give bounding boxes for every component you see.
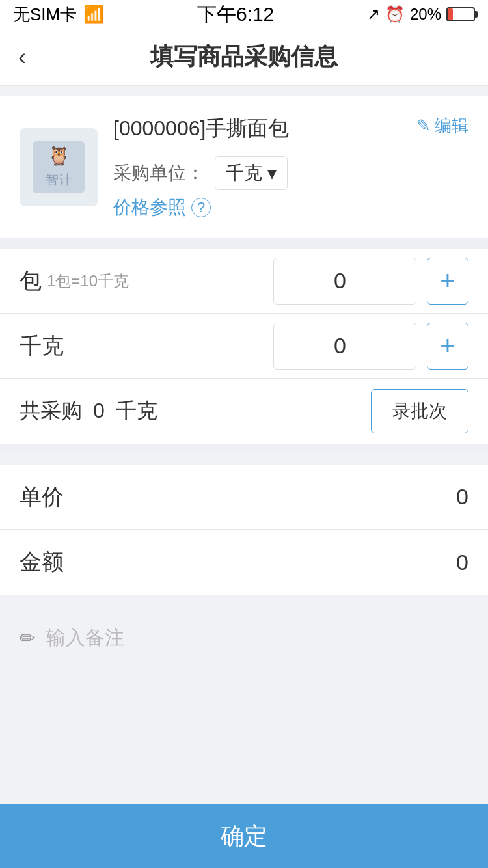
dropdown-icon: ▾ bbox=[267, 163, 277, 184]
pack-input[interactable] bbox=[273, 258, 416, 305]
status-left: 无SIM卡 📶 bbox=[13, 3, 104, 26]
section-divider-1 bbox=[0, 238, 488, 249]
back-button[interactable]: ‹ bbox=[18, 44, 26, 71]
edit-button[interactable]: ✎ 编辑 bbox=[416, 115, 468, 137]
product-image: 🦉智计 bbox=[20, 128, 98, 206]
product-logo: 🦉智计 bbox=[33, 141, 85, 193]
unit-select[interactable]: 千克 ▾ bbox=[215, 156, 288, 190]
product-name: [0000006]手撕面包 bbox=[113, 115, 401, 143]
section-divider-2 bbox=[0, 444, 488, 454]
summary-unit: 千克 bbox=[116, 399, 157, 422]
nav-bar: ‹ 填写商品采购信息 bbox=[0, 29, 488, 86]
price-ref-label: 价格参照 bbox=[113, 195, 186, 220]
notes-placeholder: 输入备注 bbox=[46, 625, 124, 651]
pack-label: 包 bbox=[20, 266, 42, 296]
kg-plus-button[interactable]: + bbox=[427, 323, 468, 370]
pack-unit-label: 1包=10千克 bbox=[47, 271, 129, 292]
battery-icon bbox=[446, 7, 475, 21]
alarm-icon: ⏰ bbox=[385, 5, 405, 23]
batch-button[interactable]: 录批次 bbox=[371, 389, 468, 433]
kg-row: 千克 + bbox=[0, 314, 488, 379]
price-section: 单价 0 金额 0 bbox=[0, 465, 488, 595]
unit-price-value: 0 bbox=[456, 484, 468, 509]
amount-value: 0 bbox=[456, 550, 468, 575]
edit-icon: ✎ bbox=[416, 116, 431, 136]
unit-value: 千克 bbox=[226, 161, 262, 185]
pack-row: 包 1包=10千克 + bbox=[0, 249, 488, 314]
kg-label: 千克 bbox=[20, 331, 64, 361]
battery-percentage: 20% bbox=[410, 5, 441, 23]
edit-label: 编辑 bbox=[435, 115, 468, 137]
unit-price-row: 单价 0 bbox=[0, 465, 488, 530]
pack-plus-button[interactable]: + bbox=[427, 258, 468, 305]
status-bar: 无SIM卡 📶 下午6:12 ↗ ⏰ 20% bbox=[0, 0, 488, 29]
product-unit-row: 采购单位： 千克 ▾ bbox=[113, 156, 401, 190]
product-info: [0000006]手撕面包 采购单位： 千克 ▾ 价格参照 ? bbox=[113, 115, 401, 220]
notes-section[interactable]: ✏ 输入备注 bbox=[0, 605, 488, 671]
status-right: ↗ ⏰ 20% bbox=[367, 5, 475, 23]
kg-input-wrap: + bbox=[64, 323, 468, 370]
owl-icon: 🦉智计 bbox=[46, 145, 72, 189]
product-card: 🦉智计 [0000006]手撕面包 采购单位： 千克 ▾ 价格参照 ? ✎ 编辑 bbox=[0, 96, 488, 238]
summary-value: 0 bbox=[93, 399, 105, 422]
amount-row: 金额 0 bbox=[0, 530, 488, 595]
page-title: 填写商品采购信息 bbox=[150, 41, 338, 73]
amount-label: 金额 bbox=[20, 547, 64, 577]
confirm-bar[interactable]: 确定 bbox=[0, 804, 488, 868]
carrier-label: 无SIM卡 bbox=[13, 3, 77, 26]
pack-input-wrap: + bbox=[129, 258, 468, 305]
unit-price-label: 单价 bbox=[20, 482, 64, 512]
summary-prefix: 共采购 bbox=[20, 399, 82, 422]
price-ref-link[interactable]: 价格参照 ? bbox=[113, 195, 401, 220]
unit-label: 采购单位： bbox=[113, 161, 204, 185]
kg-input[interactable] bbox=[273, 323, 416, 370]
confirm-label: 确定 bbox=[221, 821, 267, 852]
pencil-icon: ✏ bbox=[20, 627, 36, 649]
summary-row: 共采购 0 千克 录批次 bbox=[0, 379, 488, 444]
status-time: 下午6:12 bbox=[197, 1, 274, 28]
summary-text: 共采购 0 千克 bbox=[20, 397, 157, 426]
form-section: 包 1包=10千克 + 千克 + 共采购 0 千克 录批次 bbox=[0, 249, 488, 444]
location-icon: ↗ bbox=[367, 5, 380, 23]
wifi-icon: 📶 bbox=[83, 5, 104, 25]
help-icon: ? bbox=[191, 198, 211, 217]
product-right-col: ✎ 编辑 bbox=[416, 115, 468, 220]
